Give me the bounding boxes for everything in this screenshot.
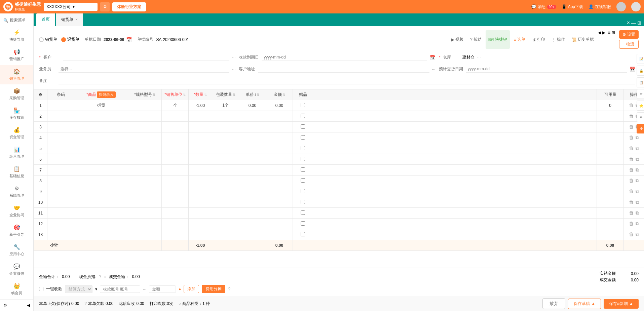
add-button[interactable]: 添加 bbox=[184, 285, 199, 293]
message-btn[interactable]: 💬 消息 99+ bbox=[531, 4, 556, 10]
tab-home[interactable]: 首页 bbox=[36, 13, 55, 26]
delete-icon[interactable]: 🗑 bbox=[629, 135, 634, 141]
gift-checkbox[interactable] bbox=[301, 103, 305, 107]
gift-checkbox[interactable] bbox=[301, 135, 305, 140]
rfloat-pencil-btn[interactable]: ✏ bbox=[637, 112, 644, 122]
sidebar-item-purchase[interactable]: 📦 采购管理 bbox=[0, 84, 33, 104]
tab-sales-order[interactable]: 销货单 × bbox=[56, 13, 83, 26]
row-unit[interactable]: 个 bbox=[162, 100, 189, 111]
help-btn[interactable]: ? 帮助 bbox=[467, 30, 484, 49]
discount-help-icon[interactable]: ? bbox=[99, 274, 102, 279]
delete-icon[interactable]: 🗑 bbox=[629, 178, 634, 184]
salesperson-input[interactable] bbox=[59, 66, 229, 73]
sidebar-item-management[interactable]: 📊 经营管理 bbox=[0, 143, 33, 162]
wuliu-button[interactable]: + 物流 bbox=[619, 40, 639, 49]
scan-button[interactable]: 扫码录入 bbox=[97, 91, 116, 98]
minimize-icon[interactable]: — bbox=[631, 20, 636, 26]
tab-close-icon[interactable]: × bbox=[75, 17, 78, 22]
row-amount[interactable]: 0.00 bbox=[266, 100, 293, 111]
sidebar-search[interactable]: 🔍 搜索菜单 bbox=[0, 15, 33, 26]
gift-checkbox[interactable] bbox=[301, 167, 305, 172]
copy-icon[interactable]: ⧉ bbox=[636, 199, 639, 205]
sidebar-item-guide[interactable]: 🎯 新手引导 bbox=[0, 221, 33, 240]
sidebar-collapse-icon[interactable]: ◀ bbox=[27, 303, 30, 308]
delete-icon[interactable]: 🗑 bbox=[629, 113, 634, 119]
rfloat-star-btn[interactable]: ⭐ bbox=[637, 101, 644, 111]
row-gift[interactable] bbox=[293, 100, 313, 111]
customer-address-input[interactable] bbox=[258, 66, 429, 73]
goods-types-icon[interactable]: ○ bbox=[179, 301, 181, 306]
grid-view-icon[interactable]: ⊞ bbox=[637, 20, 641, 26]
customer-dots[interactable]: ··· bbox=[232, 55, 235, 60]
gift-checkbox[interactable] bbox=[301, 124, 305, 129]
sidebar-item-finance[interactable]: 💰 资金管理 bbox=[0, 123, 33, 143]
total-due-icon[interactable]: ? bbox=[84, 301, 87, 306]
print-btn[interactable]: 🖨 打印 bbox=[529, 30, 548, 49]
copy-icon[interactable]: ⧉ bbox=[636, 146, 639, 151]
due-date-input[interactable] bbox=[262, 54, 427, 61]
account-dots[interactable]: ··· bbox=[143, 287, 146, 291]
delete-icon[interactable]: 🗑 bbox=[629, 103, 634, 108]
warehouse-dots[interactable]: ··· bbox=[477, 55, 481, 60]
calendar-icon[interactable]: 📅 bbox=[126, 37, 132, 42]
sidebar-item-basics[interactable]: 📋 基础信息 bbox=[0, 162, 33, 182]
gift-checkbox[interactable] bbox=[301, 114, 305, 118]
payment-method-select[interactable]: 结算方式 bbox=[65, 285, 92, 293]
company-selector[interactable]: XXXXXX公司 ▾ bbox=[44, 3, 98, 11]
gift-checkbox[interactable] bbox=[301, 189, 305, 193]
settings-gear-icon[interactable]: ⚙ bbox=[100, 2, 110, 11]
copy-icon[interactable]: ⧉ bbox=[636, 232, 639, 237]
sidebar-item-sales[interactable]: 🏠 销售管理 bbox=[0, 65, 33, 84]
copy-icon[interactable]: ⧉ bbox=[636, 210, 639, 216]
sidebar-settings-icon[interactable]: ⚙ bbox=[3, 303, 7, 308]
save-draft-button[interactable]: 保存草稿 ▲ bbox=[568, 299, 601, 309]
copy-icon[interactable]: ⧉ bbox=[636, 221, 639, 227]
radio-return[interactable]: 退货单 bbox=[61, 37, 79, 42]
delete-icon[interactable]: 🗑 bbox=[629, 189, 634, 194]
sidebar-item-member[interactable]: 👑 畅会员 bbox=[0, 279, 33, 299]
rfloat-edit-btn[interactable]: ✏ bbox=[637, 89, 644, 99]
online-service-btn[interactable]: 👤 在线客服 bbox=[589, 4, 611, 10]
sidebar-item-inventory[interactable]: 🏪 库存核算 bbox=[0, 104, 33, 123]
copy-icon[interactable]: ⧉ bbox=[636, 156, 639, 162]
row-goods[interactable]: 拆贡 bbox=[74, 100, 128, 111]
amount-input[interactable] bbox=[149, 285, 176, 293]
gift-checkbox[interactable] bbox=[301, 157, 305, 161]
nav-prev-icon[interactable]: ◀ bbox=[598, 30, 601, 49]
avatar[interactable] bbox=[616, 2, 626, 11]
gift-checkbox[interactable] bbox=[301, 200, 305, 204]
sidebar-item-wechat[interactable]: 💬 企业微信 bbox=[0, 260, 33, 279]
delete-icon[interactable]: 🗑 bbox=[629, 199, 634, 205]
select-btn[interactable]: ≡ 选单 bbox=[511, 30, 528, 49]
copy-icon[interactable]: ⧉ bbox=[636, 189, 639, 194]
rfloat-orange-btn[interactable]: ⚙ bbox=[637, 124, 644, 133]
gift-checkbox[interactable] bbox=[301, 146, 305, 150]
copy-icon[interactable]: ⧉ bbox=[636, 178, 639, 184]
rfloat-note-btn[interactable]: 📝 bbox=[637, 54, 644, 64]
delete-icon[interactable]: 🗑 bbox=[629, 156, 634, 162]
row-pkgqty[interactable]: 1个 bbox=[212, 100, 239, 111]
app-download-btn[interactable]: 📱 App下载 bbox=[562, 4, 583, 10]
gift-checkbox[interactable] bbox=[301, 210, 305, 215]
sidebar-item-system[interactable]: ⚙ 系统管理 bbox=[0, 182, 33, 201]
nav-next-icon[interactable]: ▶ bbox=[602, 30, 605, 49]
delete-icon[interactable]: 🗑 bbox=[629, 167, 634, 173]
due-date-calendar-icon[interactable]: 📅 bbox=[430, 55, 435, 60]
save-new-button[interactable]: 保存&新增 ▲ bbox=[604, 299, 639, 309]
one-key-payment-checkbox[interactable] bbox=[39, 287, 43, 291]
row-barcode[interactable] bbox=[47, 100, 74, 111]
expense-split-button[interactable]: 费用分摊 bbox=[202, 285, 225, 293]
sidebar-item-apps[interactable]: 🔧 应用中心 bbox=[0, 240, 33, 260]
notes-input[interactable] bbox=[59, 77, 635, 84]
radio-sales[interactable]: 销货单 bbox=[39, 37, 57, 42]
grid-view-icon2[interactable]: ⊞ bbox=[612, 30, 615, 49]
close-window-icon[interactable]: × bbox=[627, 20, 630, 26]
customer-input[interactable] bbox=[63, 54, 230, 61]
video-btn[interactable]: ▶ 视频 bbox=[449, 30, 466, 49]
shortcut-btn[interactable]: ⌨ 快捷键 bbox=[486, 30, 510, 49]
delete-icon[interactable]: 🗑 bbox=[629, 221, 634, 227]
rfloat-lock-btn[interactable]: 🔒 bbox=[637, 66, 644, 76]
address-dots[interactable]: ··· bbox=[432, 67, 435, 72]
action-btn[interactable]: ⋮ 操作 bbox=[549, 30, 568, 49]
sidebar-item-shortcut[interactable]: ⚡ 快捷导航 bbox=[0, 26, 33, 45]
